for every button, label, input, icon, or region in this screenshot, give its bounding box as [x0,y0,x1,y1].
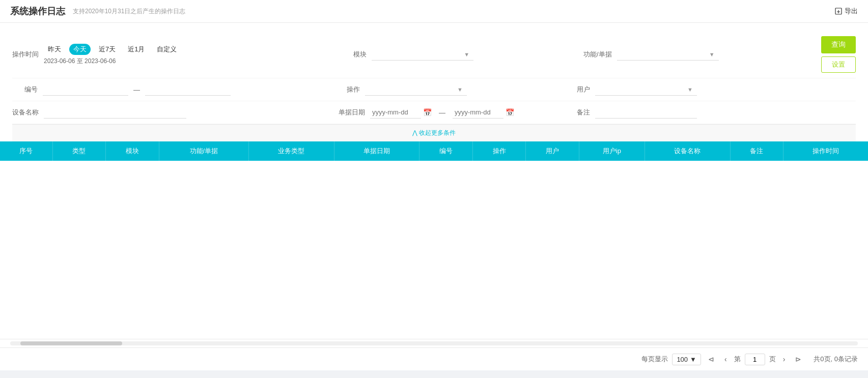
calendar-start-icon[interactable]: 📅 [423,108,432,117]
user-content: ▼ [595,83,795,96]
current-page-input[interactable] [745,354,765,365]
user-label: 用户 [565,85,595,94]
remark-label: 备注 [565,108,595,117]
user-input[interactable] [595,85,687,93]
scrollbar-track [10,341,858,345]
filter-row-1: 操作时间 昨天 今天 近7天 近1月 自定义 2023-06-06 至 2023… [12,31,856,78]
number-dash: — [128,86,145,94]
operation-time-label: 操作时间 [12,50,44,59]
collapse-bar[interactable]: ⋀ 收起更多条件 [12,124,856,141]
module-select[interactable]: ▼ [372,48,473,61]
user-select[interactable]: ▼ [595,83,697,96]
date-start-input[interactable] [370,106,421,119]
table-header-row: 序号 类型 模块 功能/单据 业务类型 单据日期 编号 操作 用户 用户ip 设… [0,141,868,161]
col-voucher-date: 单据日期 [334,141,419,161]
col-device-name: 设备名称 [645,141,730,161]
function-block: 功能/单据 ▼ [576,48,811,61]
function-chevron-icon: ▼ [709,51,715,57]
yesterday-btn[interactable]: 昨天 [44,44,65,55]
col-operation-time: 操作时间 [783,141,868,161]
table-section: 序号 类型 模块 功能/单据 业务类型 单据日期 编号 操作 用户 用户ip 设… [0,141,868,339]
collapse-up-icon: ⋀ [412,129,419,136]
operation-block: 操作 ▼ [334,83,565,96]
voucher-date-block: 单据日期 📅 — 📅 [334,106,565,119]
user-block: 用户 ▼ [565,83,795,96]
device-input[interactable] [44,106,186,119]
action-buttons: 查询 设置 [811,36,856,73]
date-range-picker: 📅 — 📅 [370,106,514,119]
col-user: 用户 [526,141,579,161]
custom-btn[interactable]: 自定义 [153,44,181,55]
month-btn[interactable]: 近1月 [124,44,149,55]
function-content: ▼ [617,48,811,61]
operation-select[interactable]: ▼ [365,83,467,96]
prev-page-button[interactable]: ‹ [721,353,730,365]
operation-time-block: 操作时间 昨天 今天 近7天 近1月 自定义 2023-06-06 至 2023… [12,44,341,66]
page-unit-label: 页 [769,355,776,364]
device-label: 设备名称 [12,108,44,117]
query-button[interactable]: 查询 [821,36,856,53]
voucher-date-label: 单据日期 [334,108,370,117]
operation-time-content: 昨天 今天 近7天 近1月 自定义 2023-06-06 至 2023-06-0… [44,44,341,66]
today-btn[interactable]: 今天 [69,44,91,55]
operation-chevron-icon: ▼ [457,86,463,93]
empty-area [0,161,868,339]
device-block: 设备名称 [12,106,334,119]
calendar-end-icon[interactable]: 📅 [506,108,514,117]
time-buttons: 昨天 今天 近7天 近1月 自定义 [44,44,181,55]
last-page-button[interactable]: ⊳ [792,353,804,365]
filter-section: 操作时间 昨天 今天 近7天 近1月 自定义 2023-06-06 至 2023… [0,23,868,141]
module-chevron-icon: ▼ [464,51,469,57]
settings-button[interactable]: 设置 [821,56,856,73]
function-input[interactable] [617,50,709,58]
per-page-label: 每页显示 [641,355,668,364]
filter-row-3: 设备名称 单据日期 📅 — 📅 备注 [12,101,856,124]
module-content: ▼ [372,48,576,61]
function-select[interactable]: ▼ [617,48,719,61]
collapse-label: 收起更多条件 [419,129,456,136]
operation-input[interactable] [365,85,457,93]
remark-content [595,106,795,119]
page-size-select[interactable]: 100 ▼ [672,354,701,365]
voucher-date-content: 📅 — 📅 [370,106,565,119]
col-remark: 备注 [730,141,783,161]
remark-input[interactable] [595,106,697,119]
scrollbar-area [0,339,868,347]
page-subtitle: 支持2020年10月31日之后产生的操作日志 [73,7,185,16]
col-function: 功能/单据 [159,141,248,161]
table-header: 序号 类型 模块 功能/单据 业务类型 单据日期 编号 操作 用户 用户ip 设… [0,141,868,161]
operation-content: ▼ [365,83,565,96]
device-content [44,106,334,119]
date-end-input[interactable] [453,106,503,119]
function-label: 功能/单据 [576,50,617,59]
first-page-button[interactable]: ⊲ [705,353,717,365]
export-button[interactable]: 导出 [835,7,858,16]
filter-row-2: 编号 — 操作 ▼ 用户 ▼ [12,78,856,101]
col-business-type: 业务类型 [249,141,334,161]
number-input-end[interactable] [145,83,231,96]
col-index: 序号 [0,141,52,161]
next-page-button[interactable]: › [780,353,789,365]
remark-block: 备注 [565,106,795,119]
page-word-label: 第 [734,355,741,364]
number-input-start[interactable] [43,83,128,96]
module-input[interactable] [372,50,464,58]
col-user-ip: 用户ip [579,141,645,161]
page-title: 系统操作日志 [10,5,65,17]
export-icon [835,8,842,15]
week-btn[interactable]: 近7天 [95,44,120,55]
page-size-chevron-icon: ▼ [690,356,696,363]
date-range: 2023-06-06 至 2023-06-06 [44,57,181,66]
page-size-value: 100 [677,356,688,363]
col-number: 编号 [419,141,472,161]
scrollbar-thumb[interactable] [20,341,122,345]
data-table: 序号 类型 模块 功能/单据 业务类型 单据日期 编号 操作 用户 用户ip 设… [0,141,868,161]
user-chevron-icon: ▼ [687,86,693,93]
col-module: 模块 [106,141,159,161]
module-block: 模块 ▼ [341,48,576,61]
number-content: — [43,83,334,96]
operation-label: 操作 [334,85,365,94]
total-label: 共0页, 0条记录 [814,355,858,364]
pagination: 每页显示 100 ▼ ⊲ ‹ 第 页 › ⊳ 共0页, 0条记录 [0,347,868,370]
number-block: 编号 — [12,83,334,96]
